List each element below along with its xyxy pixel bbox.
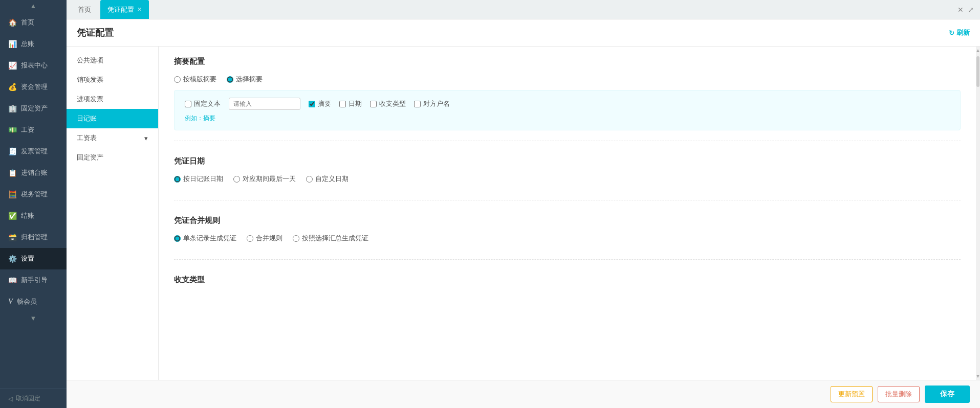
merge-rules-single[interactable]: 单条记录生成凭证 bbox=[174, 234, 236, 243]
scrollbar-thumb[interactable] bbox=[976, 56, 979, 87]
voucher-date-custom-label: 自定义日期 bbox=[315, 174, 349, 184]
nav-fixed-assets[interactable]: 固定资产 bbox=[67, 148, 158, 167]
close-button[interactable]: ✕ bbox=[957, 6, 964, 14]
sidebar-item-reports[interactable]: 📈 报表中心 bbox=[0, 55, 67, 76]
sidebar-bottom-label: 取消固定 bbox=[16, 394, 40, 403]
sidebar-item-checkout[interactable]: ✅ 结账 bbox=[0, 205, 67, 226]
abstract-radio-select[interactable] bbox=[227, 76, 233, 83]
nav-payroll-label: 工资表 bbox=[77, 133, 97, 143]
voucher-date-journal-label: 按日记账日期 bbox=[183, 174, 223, 184]
abstract-option-template-label: 按模版摘要 bbox=[183, 75, 216, 84]
ledger-icon: 📊 bbox=[8, 40, 17, 48]
assets-icon: 🏢 bbox=[8, 104, 17, 112]
unpin-icon: ◁ bbox=[8, 395, 13, 402]
sidebar-item-label: 固定资产 bbox=[21, 104, 48, 113]
sidebar-scroll-down[interactable]: ▼ bbox=[0, 312, 67, 324]
sidebar-item-archive[interactable]: 🗃️ 归档管理 bbox=[0, 226, 67, 248]
abstract-radio-template[interactable] bbox=[174, 76, 181, 83]
sidebar-item-label: 新手引导 bbox=[21, 276, 48, 285]
checkbox-abstract[interactable]: 摘要 bbox=[309, 99, 331, 108]
nav-purchase-invoice[interactable]: 进项发票 bbox=[67, 89, 158, 109]
merge-rules-single-radio[interactable] bbox=[174, 235, 181, 242]
sidebar-scroll-up[interactable]: ▲ bbox=[0, 0, 67, 12]
nav-journal-label: 日记账 bbox=[77, 115, 97, 122]
sidebar-item-home[interactable]: 🏠 首页 bbox=[0, 12, 67, 33]
right-scrollbar[interactable]: ▲ ▼ bbox=[976, 47, 980, 380]
sidebar-item-salary[interactable]: 💵 工资 bbox=[0, 119, 67, 141]
section-voucher-date: 凭证日期 按日记账日期 对应期间最后一天 自定义日期 bbox=[174, 156, 961, 200]
sidebar-item-invoice[interactable]: 🧾 发票管理 bbox=[0, 141, 67, 162]
settings-icon: ⚙️ bbox=[8, 255, 17, 263]
merge-rules-summary-radio[interactable] bbox=[293, 235, 299, 242]
archive-icon: 🗃️ bbox=[8, 233, 17, 241]
reports-icon: 📈 bbox=[8, 61, 17, 70]
abstract-checkbox-row: 固定文本 摘要 日期 收支类型 bbox=[185, 98, 950, 110]
checkbox-date-input[interactable] bbox=[339, 101, 346, 107]
nav-public-options[interactable]: 公共选项 bbox=[67, 51, 158, 70]
voucher-date-journal[interactable]: 按日记账日期 bbox=[174, 174, 223, 184]
checkbox-date[interactable]: 日期 bbox=[339, 99, 362, 108]
tab-voucher-config[interactable]: 凭证配置 ✕ bbox=[100, 0, 149, 19]
sidebar-item-label: 报表中心 bbox=[21, 61, 48, 70]
save-button[interactable]: 保存 bbox=[925, 386, 970, 403]
sidebar-unpin[interactable]: ◁ 取消固定 bbox=[0, 389, 67, 408]
refresh-button[interactable]: ↻ 刷新 bbox=[949, 28, 970, 37]
merge-rules-summary[interactable]: 按照选择汇总生成凭证 bbox=[293, 234, 368, 243]
checkbox-abstract-label: 摘要 bbox=[318, 99, 331, 108]
refresh-icon: ↻ bbox=[949, 29, 954, 37]
sidebar-item-vip[interactable]: V 畅会员 bbox=[0, 291, 67, 312]
checkbox-counterpart-name[interactable]: 对方户名 bbox=[414, 99, 450, 108]
checkbox-fixed-text[interactable]: 固定文本 bbox=[185, 99, 221, 108]
funds-icon: 💰 bbox=[8, 83, 17, 91]
sidebar-item-label: 发票管理 bbox=[21, 147, 48, 156]
update-preview-button[interactable]: 更新预置 bbox=[831, 386, 873, 402]
sidebar-item-ledger2[interactable]: 📋 进销台账 bbox=[0, 162, 67, 184]
sidebar-item-tax[interactable]: 🧮 税务管理 bbox=[0, 184, 67, 205]
abstract-option-template[interactable]: 按模版摘要 bbox=[174, 75, 216, 84]
tab-close-icon[interactable]: ✕ bbox=[137, 6, 142, 13]
sidebar-item-ledger[interactable]: 📊 总账 bbox=[0, 33, 67, 55]
nav-public-options-label: 公共选项 bbox=[77, 56, 103, 64]
sidebar-item-label: 畅会员 bbox=[17, 297, 37, 306]
checkbox-counterpart-name-input[interactable] bbox=[414, 101, 421, 107]
sidebar-item-funds[interactable]: 💰 资金管理 bbox=[0, 76, 67, 98]
income-expense-title: 收支类型 bbox=[174, 275, 961, 285]
checkbox-income-type[interactable]: 收支类型 bbox=[370, 99, 406, 108]
voucher-date-journal-radio[interactable] bbox=[174, 176, 181, 183]
merge-rules-merge-label: 合并规则 bbox=[256, 234, 282, 243]
right-content: 摘要配置 按模版摘要 选择摘要 bbox=[159, 47, 976, 380]
chevron-down-icon: ▾ bbox=[144, 134, 148, 142]
nav-journal[interactable]: 日记账 bbox=[67, 109, 158, 128]
voucher-date-custom-radio[interactable] bbox=[306, 176, 313, 183]
checkbox-fixed-text-input[interactable] bbox=[185, 101, 191, 107]
sidebar-item-settings[interactable]: ⚙️ 设置 bbox=[0, 248, 67, 269]
tab-voucher-config-label: 凭证配置 bbox=[107, 5, 134, 14]
page-title: 凭证配置 bbox=[77, 27, 114, 39]
checkbox-income-type-input[interactable] bbox=[370, 101, 377, 107]
nav-sales-invoice[interactable]: 销项发票 bbox=[67, 70, 158, 89]
voucher-date-custom[interactable]: 自定义日期 bbox=[306, 174, 349, 184]
voucher-date-last-day-radio[interactable] bbox=[233, 176, 240, 183]
salary-icon: 💵 bbox=[8, 126, 17, 134]
voucher-date-last-day[interactable]: 对应期间最后一天 bbox=[233, 174, 296, 184]
sidebar-item-assets[interactable]: 🏢 固定资产 bbox=[0, 98, 67, 119]
merge-rules-merge[interactable]: 合并规则 bbox=[247, 234, 282, 243]
sidebar-item-label: 归档管理 bbox=[21, 233, 48, 242]
batch-delete-button[interactable]: 批量删除 bbox=[878, 386, 920, 402]
abstract-config-box: 固定文本 摘要 日期 收支类型 bbox=[174, 90, 961, 130]
abstract-option-select[interactable]: 选择摘要 bbox=[227, 75, 263, 84]
checkout-icon: ✅ bbox=[8, 212, 17, 220]
voucher-date-title: 凭证日期 bbox=[174, 156, 961, 166]
resize-button[interactable]: ⤢ bbox=[968, 6, 974, 14]
abstract-radio-group: 按模版摘要 选择摘要 bbox=[174, 75, 961, 84]
merge-rules-radio-group: 单条记录生成凭证 合并规则 按照选择汇总生成凭证 bbox=[174, 234, 961, 243]
nav-payroll[interactable]: 工资表 ▾ bbox=[67, 128, 158, 148]
voucher-date-radio-group: 按日记账日期 对应期间最后一天 自定义日期 bbox=[174, 174, 961, 184]
sidebar-item-guide[interactable]: 📖 新手引导 bbox=[0, 269, 67, 291]
voucher-date-last-day-label: 对应期间最后一天 bbox=[243, 174, 296, 184]
fixed-text-input[interactable] bbox=[229, 98, 300, 110]
abstract-config-title: 摘要配置 bbox=[174, 57, 961, 66]
checkbox-abstract-input[interactable] bbox=[309, 101, 315, 107]
tab-home[interactable]: 首页 bbox=[71, 0, 98, 19]
merge-rules-merge-radio[interactable] bbox=[247, 235, 253, 242]
